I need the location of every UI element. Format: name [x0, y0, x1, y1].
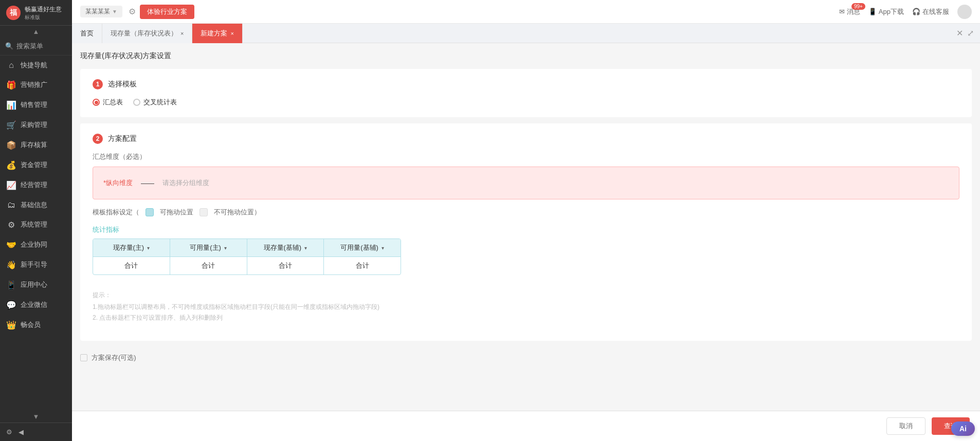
search-menu-label: 搜索菜单 — [16, 42, 43, 51]
stats-col-available-aux[interactable]: 可用量(基辅) ▾ — [324, 239, 401, 256]
search-menu[interactable]: 🔍 搜索菜单 — [0, 38, 72, 56]
tab-home-label: 首页 — [80, 29, 94, 38]
tab-new-plan[interactable]: 新建方案 × — [192, 24, 242, 43]
sidebar-item-label: 系统管理 — [21, 220, 47, 229]
tab-home[interactable]: 首页 — [72, 24, 102, 43]
topbar: 某某某某 ▼ ⚙ 体验行业方案 ✉ 消息 99+ 📱 App下载 🎧 在线客服 — [72, 0, 980, 24]
sidebar-item-cooperation[interactable]: 🤝 企业协同 — [0, 235, 72, 255]
online-service-button[interactable]: 🎧 在线客服 — [912, 7, 949, 16]
save-checkbox[interactable] — [80, 354, 87, 361]
wechat-icon: 💬 — [6, 300, 16, 310]
step2-title: 方案配置 — [108, 134, 137, 143]
sidebar-scroll-down[interactable]: ▼ — [0, 411, 72, 422]
service-icon: 🎧 — [912, 8, 920, 15]
sales-icon: 📊 — [6, 100, 16, 110]
stats-table: 现存量(主) ▾ 可用量(主) ▾ 现存量(基辅) ▾ 可用量(基辅) — [93, 238, 401, 275]
marketing-icon: 🎁 — [6, 80, 16, 90]
tab-new-plan-label: 新建方案 — [201, 29, 227, 38]
sidebar-scroll-up[interactable]: ▲ — [0, 26, 72, 38]
chevron-down-icon: ▾ — [224, 245, 227, 251]
sidebar-item-operation[interactable]: 📈 经营管理 — [0, 175, 72, 195]
collapse-icon[interactable]: ◀ — [19, 428, 24, 436]
chevron-down-icon: ▾ — [147, 245, 150, 251]
dimension-area[interactable]: *纵向维度 —— 请选择分组维度 — [93, 167, 959, 199]
message-button[interactable]: ✉ 消息 99+ — [839, 7, 860, 16]
stats-body-cell-1: 合计 — [170, 257, 247, 274]
tab-new-plan-close[interactable]: × — [230, 30, 233, 36]
save-option: 方案保存(可选) — [80, 347, 972, 369]
step2-section: 2 方案配置 汇总维度（必选） *纵向维度 —— 请选择分组维度 模板指标设定（… — [80, 123, 972, 341]
sidebar-item-label: 销售管理 — [21, 100, 47, 109]
app-badge: 标准版 — [25, 14, 62, 21]
dimension-dash: —— — [141, 179, 154, 187]
tips-section: 提示： 1.拖动标题栏可以调整布局，不可跨维度或指标区域拖动栏目字段(只能在同一… — [93, 285, 959, 330]
sidebar-item-marketing[interactable]: 🎁 营销推广 — [0, 75, 72, 95]
stats-body-row: 合计 合计 合计 合计 — [93, 256, 401, 274]
radio-dot-cross — [133, 99, 140, 106]
radio-dot-summary — [93, 99, 100, 106]
sidebar-item-finance[interactable]: 💰 资金管理 — [0, 155, 72, 175]
tips-item-1: 2. 点击标题栏下拉可设置排序、插入列和删除列 — [93, 314, 959, 322]
tab-inventory-status[interactable]: 现存量（库存状况表） × — [102, 24, 192, 43]
stats-section-label: 统计指标 — [93, 225, 959, 234]
sidebar-item-new-guide[interactable]: 👋 新手引导 — [0, 255, 72, 275]
non-draggable-indicator-box — [199, 208, 208, 216]
sidebar-item-app-center[interactable]: 📱 应用中心 — [0, 275, 72, 295]
stats-col-current-aux[interactable]: 现存量(基辅) ▾ — [247, 239, 324, 256]
radio-summary[interactable]: 汇总表 — [93, 98, 123, 107]
topbar-user[interactable]: 某某某某 ▼ — [80, 6, 122, 17]
sidebar-item-sales[interactable]: 📊 销售管理 — [0, 95, 72, 115]
settings-icon[interactable]: ⚙ — [6, 428, 12, 436]
template-radio-group: 汇总表 交叉统计表 — [93, 98, 959, 107]
stats-col-available-main[interactable]: 可用量(主) ▾ — [170, 239, 247, 256]
page-title: 现存量(库存状况表)方案设置 — [80, 51, 972, 61]
topbar-gear-icon[interactable]: ⚙ — [129, 7, 136, 16]
stats-col-current-aux-label: 现存量(基辅) — [264, 243, 302, 252]
dropdown-icon[interactable]: ▼ — [112, 9, 117, 14]
sidebar-item-wechat[interactable]: 💬 企业微信 — [0, 295, 72, 315]
stats-col-current-main-label: 现存量(主) — [113, 243, 144, 252]
stats-col-current-main[interactable]: 现存量(主) ▾ — [93, 239, 170, 256]
sidebar-item-basic-info[interactable]: 🗂 基础信息 — [0, 195, 72, 215]
expand-icon[interactable]: ⤢ — [967, 28, 974, 38]
sidebar-bottom: ⚙ ◀ — [0, 422, 72, 441]
sidebar-nav: ⌂ 快捷导航 🎁 营销推广 📊 销售管理 🛒 采购管理 📦 库存核算 💰 资金管… — [0, 56, 72, 411]
sidebar-item-label: 快捷导航 — [21, 61, 47, 70]
close-all-icon[interactable]: ✕ — [956, 28, 963, 38]
app-download-button[interactable]: 📱 App下载 — [868, 7, 904, 16]
sidebar-item-member[interactable]: 👑 畅会员 — [0, 315, 72, 335]
purchase-icon: 🛒 — [6, 120, 16, 130]
template-indicator-prefix: 模板指标设定（ — [93, 208, 139, 217]
member-icon: 👑 — [6, 320, 16, 330]
system-icon: ⚙ — [6, 220, 16, 230]
tab-inventory-label: 现存量（库存状况表） — [111, 29, 177, 38]
tab-actions: ✕ ⤢ — [956, 28, 980, 38]
new-guide-icon: 👋 — [6, 260, 16, 270]
sidebar-item-quick-nav[interactable]: ⌂ 快捷导航 — [0, 56, 72, 75]
step1-title: 选择模板 — [108, 80, 137, 89]
app-download-label: App下载 — [879, 7, 904, 16]
radio-cross[interactable]: 交叉统计表 — [133, 98, 177, 107]
user-name: 某某某某 — [85, 7, 110, 16]
sidebar-logo: 福 畅赢通好生意 标准版 — [0, 0, 72, 26]
sidebar-item-inventory[interactable]: 📦 库存核算 — [0, 135, 72, 155]
dimension-placeholder: 请选择分组维度 — [162, 178, 209, 188]
stats-col-available-main-label: 可用量(主) — [190, 243, 221, 252]
inventory-icon: 📦 — [6, 140, 16, 150]
step1-number: 1 — [93, 79, 103, 89]
user-avatar[interactable] — [957, 5, 972, 19]
tab-inventory-close[interactable]: × — [180, 30, 184, 36]
quick-nav-icon: ⌂ — [6, 61, 16, 70]
sidebar-item-system[interactable]: ⚙ 系统管理 — [0, 215, 72, 235]
sidebar-item-purchase[interactable]: 🛒 采购管理 — [0, 115, 72, 135]
sidebar-item-label: 新手引导 — [21, 260, 47, 269]
content-area: 现存量(库存状况表)方案设置 1 选择模板 汇总表 交叉统计表 2 — [72, 43, 980, 411]
footer-bar: 取消 查询 — [72, 411, 980, 441]
cancel-button[interactable]: 取消 — [886, 417, 925, 435]
sidebar-item-label: 经营管理 — [21, 180, 47, 190]
sidebar: 福 畅赢通好生意 标准版 ▲ 🔍 搜索菜单 ⌂ 快捷导航 🎁 营销推广 📊 销售… — [0, 0, 72, 441]
app-center-icon: 📱 — [6, 280, 16, 290]
trial-button[interactable]: 体验行业方案 — [140, 5, 194, 19]
ai-fab-button[interactable]: Ai — [951, 421, 975, 436]
service-label: 在线客服 — [922, 7, 949, 16]
